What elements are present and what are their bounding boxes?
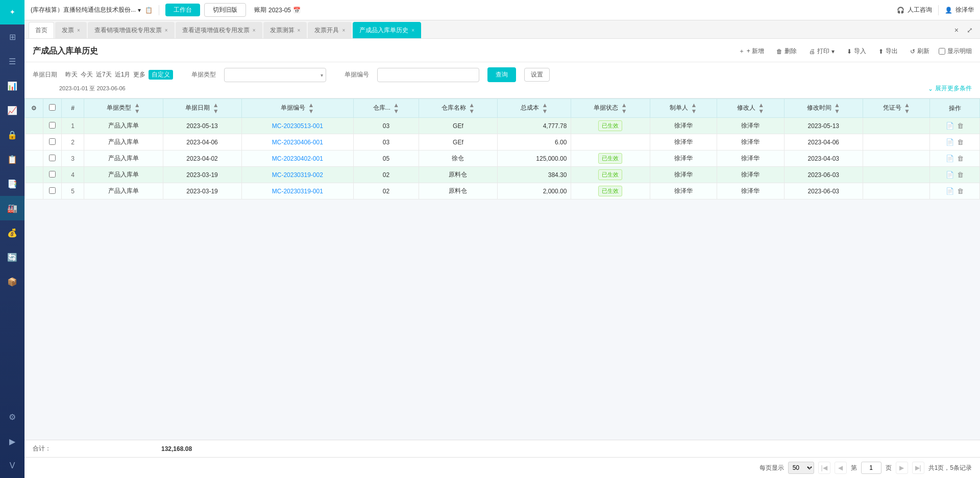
tab-invoice-calc-close[interactable]: × [298, 28, 301, 33]
expand-tab-button[interactable]: ⤢ [964, 25, 976, 35]
tab-sales-invoice[interactable]: 查看销项增值税专用发票 × [88, 22, 175, 38]
th-voucher[interactable]: 凭证号 ▲▼ [863, 99, 930, 118]
td-warehouse-name: GEf [419, 134, 497, 150]
td-date: 2023-04-02 [163, 150, 241, 167]
sidebar-item-box[interactable]: 📦 [0, 269, 24, 294]
sidebar-item-doc[interactable]: 📋 [0, 147, 24, 171]
avatar-icon: 👤 [945, 7, 952, 14]
user-menu[interactable]: 👤 徐泽华 [945, 6, 974, 14]
edit-icon[interactable]: 📄 [946, 122, 954, 130]
edit-icon[interactable]: 📄 [946, 187, 954, 195]
th-settings[interactable]: ⚙ [25, 99, 43, 118]
th-total-cost[interactable]: 总成本 ▲▼ [498, 99, 571, 118]
tab-home[interactable]: 首页 [29, 22, 54, 38]
tab-invoice-close[interactable]: × [77, 28, 80, 33]
last-page-button[interactable]: ▶| [912, 462, 924, 474]
new-button[interactable]: ＋ + 新增 [736, 45, 767, 58]
row-checkbox[interactable] [49, 138, 56, 145]
td-warehouse-name: 原料仓 [419, 167, 497, 183]
sidebar-item-flow[interactable]: 🔄 [0, 245, 24, 269]
sidebar-item-home[interactable]: ⊞ [0, 24, 24, 49]
number-link[interactable]: MC-20230402-001 [272, 155, 323, 162]
th-warehouse-name[interactable]: 仓库名称 ▲▼ [419, 99, 497, 118]
query-button[interactable]: 查询 [487, 67, 516, 82]
tab-sales-invoice-close[interactable]: × [165, 28, 168, 33]
th-type[interactable]: 单据类型 ▲▼ [84, 99, 163, 118]
th-warehouse-code[interactable]: 仓库... ▲▼ [354, 99, 419, 118]
row-checkbox[interactable] [49, 187, 56, 194]
next-page-button[interactable]: ▶ [896, 462, 908, 474]
delete-button[interactable]: 🗑 删除 [773, 45, 800, 58]
delete-icon: 🗑 [776, 48, 782, 55]
delete-row-icon[interactable]: 🗑 [957, 155, 964, 162]
number-link[interactable]: MC-20230406-001 [272, 139, 323, 146]
th-creator[interactable]: 制单人 ▲▼ [650, 99, 717, 118]
date-more[interactable]: 更多 [133, 70, 145, 79]
delete-row-icon[interactable]: 🗑 [957, 171, 964, 179]
td-modify-time: 2023-04-03 [784, 150, 863, 167]
import-button[interactable]: ⬇ 导入 [844, 45, 869, 58]
show-detail-input[interactable] [939, 48, 945, 55]
th-date[interactable]: 单据日期 ▲▼ [163, 99, 241, 118]
refresh-button[interactable]: ↺ 刷新 [907, 45, 933, 58]
th-number[interactable]: 单据编号 ▲▼ [241, 99, 353, 118]
td-modify-time: 2023-06-03 [784, 167, 863, 183]
tab-invoice[interactable]: 发票 × [55, 22, 87, 38]
company-selector[interactable]: (库存核算）直播轻纯通信息技术股份... ▾ [31, 6, 141, 14]
th-status[interactable]: 单据状态 ▲▼ [571, 99, 650, 118]
switch-old-button[interactable]: 切到旧版 [204, 3, 246, 17]
row-checkbox[interactable] [49, 155, 56, 161]
delete-row-icon[interactable]: 🗑 [957, 187, 964, 195]
sidebar-item-menu[interactable]: ☰ [0, 49, 24, 73]
page-input[interactable] [861, 462, 881, 474]
sidebar-item-settings[interactable]: ⚙ [0, 405, 24, 429]
delete-row-icon[interactable]: 🗑 [957, 138, 964, 146]
sidebar-item-bill[interactable]: 📑 [0, 171, 24, 196]
sidebar-item-warehouse[interactable]: 🏭 [0, 196, 24, 220]
edit-icon[interactable]: 📄 [946, 138, 954, 146]
tab-invoice-open-close[interactable]: × [342, 28, 345, 33]
sidebar-item-chart[interactable]: 📊 [0, 73, 24, 98]
tab-purchase-invoice-close[interactable]: × [253, 28, 256, 33]
date-7days[interactable]: 近7天 [96, 70, 112, 79]
workbench-button[interactable]: 工作台 [165, 4, 200, 16]
select-all-checkbox[interactable] [49, 104, 56, 111]
tab-product-history-close[interactable]: × [411, 28, 414, 33]
date-yesterday[interactable]: 昨天 [65, 70, 78, 79]
row-checkbox[interactable] [49, 122, 56, 129]
prev-page-button[interactable]: ◀ [835, 462, 847, 474]
per-page-select[interactable]: 20 50 100 200 [788, 462, 814, 474]
sidebar-item-money[interactable]: 💰 [0, 220, 24, 245]
sidebar-item-analysis[interactable]: 📈 [0, 98, 24, 122]
settings-button[interactable]: 设置 [524, 68, 550, 82]
show-detail-checkbox[interactable]: 显示明细 [939, 47, 972, 56]
th-modify-time[interactable]: 修改时间 ▲▼ [784, 99, 863, 118]
type-select[interactable] [224, 68, 326, 82]
print-button[interactable]: 🖨 打印 ▾ [806, 45, 838, 58]
tab-invoice-calc[interactable]: 发票测算 × [263, 22, 307, 38]
date-today[interactable]: 今天 [81, 70, 93, 79]
sidebar-item-lock[interactable]: 🔒 [0, 122, 24, 147]
number-link[interactable]: MC-20230319-001 [272, 188, 323, 195]
number-link[interactable]: MC-20230319-002 [272, 171, 323, 179]
close-tab-button[interactable]: × [951, 25, 962, 35]
number-link[interactable]: MC-20230513-001 [272, 122, 323, 130]
edit-icon[interactable]: 📄 [946, 171, 954, 179]
first-page-button[interactable]: |◀ [818, 462, 830, 474]
tab-invoice-open[interactable]: 发票开具 × [308, 22, 352, 38]
date-1month[interactable]: 近1月 [115, 70, 131, 79]
row-checkbox[interactable] [49, 171, 56, 178]
th-modifier[interactable]: 修改人 ▲▼ [717, 99, 785, 118]
edit-icon[interactable]: 📄 [946, 155, 954, 162]
sidebar-item-v[interactable]: V [0, 454, 24, 478]
export-button[interactable]: ⬆ 导出 [875, 45, 901, 58]
service-btn[interactable]: 🎧 人工咨询 [897, 6, 932, 14]
tab-product-history[interactable]: 产成品入库单历史 × [353, 22, 421, 38]
page-actions: ＋ + 新增 🗑 删除 🖨 打印 ▾ ⬇ 导入 ⬆ [736, 45, 972, 58]
expand-filter-button[interactable]: ⌄ 展开更多条件 [928, 84, 972, 93]
tab-purchase-invoice[interactable]: 查看进项增值税专用发票 × [176, 22, 262, 38]
number-filter-input[interactable] [377, 68, 479, 82]
sidebar-item-play[interactable]: ▶ [0, 429, 24, 454]
date-custom[interactable]: 自定义 [149, 70, 173, 80]
delete-row-icon[interactable]: 🗑 [957, 122, 964, 130]
